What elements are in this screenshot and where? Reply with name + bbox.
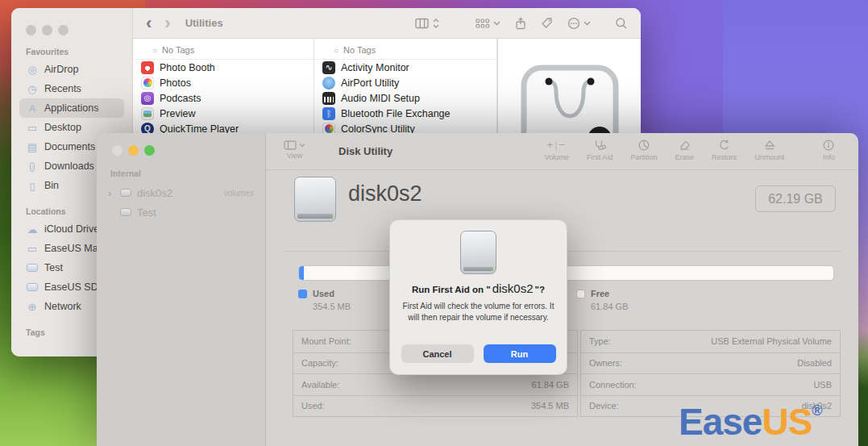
disk-icon (294, 177, 336, 222)
restore-button[interactable]: Restore (703, 140, 746, 161)
free-value: 61.84 GB (576, 302, 628, 311)
drive-icon (26, 263, 39, 273)
view-button[interactable]: View (284, 140, 305, 160)
file-item-photo-booth[interactable]: Photo Booth (133, 60, 314, 75)
restore-arrow-icon (719, 140, 730, 151)
laptop-icon: ▭ (26, 244, 39, 254)
group-view-icon[interactable] (476, 18, 490, 29)
volume-button[interactable]: +|− Volume (536, 140, 578, 161)
more-options-icon[interactable] (567, 17, 580, 30)
info-row-available: Available:61.84 GB (293, 373, 577, 395)
airport-utility-icon (322, 77, 335, 90)
erase-button[interactable]: Erase (666, 140, 703, 161)
sidebar-toggle-icon (284, 140, 297, 150)
file-item-bluetooth-exchange[interactable]: ᛒ Bluetooth File Exchange (314, 106, 496, 121)
minimize-button[interactable] (42, 25, 52, 35)
search-icon[interactable] (615, 17, 628, 30)
zoom-button[interactable] (58, 25, 69, 35)
sidebar-section-favourites: Favourites (26, 47, 124, 56)
preview-icon (141, 107, 154, 120)
bluetooth-icon: ᛒ (322, 107, 335, 120)
sidebar-item-test[interactable]: Test (105, 202, 257, 222)
cancel-button[interactable]: Cancel (401, 344, 474, 363)
tag-circle-icon: ○ (334, 46, 338, 55)
tag-icon[interactable] (541, 17, 553, 29)
drive-icon (120, 189, 131, 197)
first-aid-button[interactable]: First Aid (578, 140, 622, 161)
audio-midi-icon (322, 92, 335, 105)
disk-icon (460, 231, 496, 274)
sidebar-item-applications[interactable]: A Applications (19, 98, 124, 118)
used-space-fill (299, 266, 304, 280)
tag-circle-icon: ○ (152, 46, 157, 55)
free-swatch (576, 290, 585, 298)
first-aid-dialog: Run First Aid on " disk0s2 "? First Aid … (389, 219, 567, 375)
sort-chevrons-icon[interactable] (432, 18, 440, 29)
dialog-body: First Aid will check the volume for erro… (402, 301, 554, 323)
clock-icon: ◷ (26, 84, 39, 94)
disk-utility-titlebar: View Disk Utility +|− Volume First Aid P… (266, 133, 858, 170)
forward-button[interactable]: › (164, 15, 170, 32)
sidebar-item-airdrop[interactable]: ◎ AirDrop (19, 60, 124, 79)
info-row-used: Used:354.5 MB (293, 395, 577, 417)
file-item-airport-utility[interactable]: AirPort Utility (314, 75, 496, 90)
unmount-button[interactable]: Unmount (745, 140, 793, 161)
partition-button[interactable]: Partition (621, 140, 666, 161)
info-button[interactable]: Info (814, 140, 844, 161)
file-item-activity-monitor[interactable]: ∿ Activity Monitor (314, 60, 496, 75)
downloads-icon: ↓ (26, 160, 39, 172)
disclosure-icon[interactable]: › (108, 187, 114, 199)
used-value: 354.5 MB (298, 302, 351, 311)
document-icon: ▤ (26, 142, 39, 152)
sidebar-item-disk0s2[interactable]: › disk0s2 volumes (105, 183, 257, 202)
file-item-photos[interactable]: Photos (133, 75, 314, 90)
disk-size-badge: 62.19 GB (755, 185, 836, 212)
drive-icon (120, 208, 131, 216)
activity-monitor-icon: ∿ (322, 61, 335, 74)
trash-icon: ▯ (26, 181, 39, 191)
close-button[interactable] (112, 145, 123, 156)
file-item-preview[interactable]: Preview (133, 106, 314, 121)
disk-utility-sidebar: Internal › disk0s2 volumes Test (97, 133, 266, 446)
desktop-icon: ▭ (26, 123, 39, 133)
share-icon[interactable] (515, 17, 526, 30)
dialog-buttons: Cancel Run (390, 344, 567, 363)
back-button[interactable]: ‹ (146, 15, 152, 32)
sidebar-item-recents[interactable]: ◷ Recents (19, 79, 124, 98)
close-button[interactable] (26, 25, 36, 35)
minimize-button[interactable] (128, 145, 139, 156)
zoom-button[interactable] (144, 145, 155, 156)
chevron-down-icon (584, 20, 591, 26)
dialog-title: Run First Aid on " disk0s2 "? (390, 281, 567, 295)
easeus-logo: EaseUS® (679, 400, 823, 444)
eraser-icon (679, 140, 691, 151)
disk-name: disk0s2 (348, 181, 422, 206)
legend-used: Used 354.5 MB (298, 289, 351, 311)
easeus-logo-us: US (762, 401, 812, 443)
info-icon (823, 140, 834, 151)
run-button[interactable]: Run (484, 344, 556, 363)
eject-icon (764, 140, 775, 151)
legend-free: Free 61.84 GB (576, 289, 628, 311)
dialog-volume-name: disk0s2 (492, 281, 534, 295)
finder-toolbar: ‹ › Utilities (133, 8, 641, 39)
cloud-icon: ☁ (26, 224, 39, 235)
globe-icon: ⊕ (26, 302, 39, 312)
stethoscope-icon (594, 140, 606, 151)
desktop: Favourites ◎ AirDrop ◷ Recents A Applica… (0, 0, 868, 446)
info-row-type: Type:USB External Physical Volume (581, 331, 840, 352)
info-row-owners: Owners:Disabled (581, 352, 840, 374)
file-item-audio-midi[interactable]: Audio MIDI Setup (314, 90, 496, 106)
used-swatch (298, 290, 307, 298)
info-row-connection: Connection:USB (581, 373, 840, 395)
drive-icon (26, 282, 39, 293)
photos-icon (141, 77, 154, 90)
easeus-logo-ease: Ease (679, 401, 762, 443)
sidebar-section-internal: Internal (110, 169, 257, 178)
finder-window-title: Utilities (185, 17, 223, 29)
airdrop-icon: ◎ (26, 65, 39, 75)
chevron-down-icon (299, 143, 305, 148)
disk-utility-toolbar: +|− Volume First Aid Partition Erase (536, 140, 844, 161)
file-item-podcasts[interactable]: ◎ Podcasts (133, 90, 314, 106)
column-view-icon[interactable] (415, 18, 429, 29)
